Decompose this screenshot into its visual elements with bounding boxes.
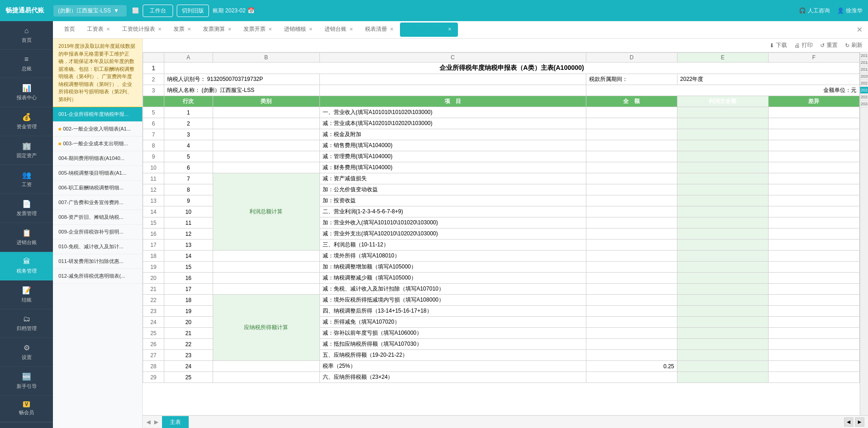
refresh-button[interactable]: ↻ 刷新 [845, 41, 862, 49]
diff-cell[interactable] [768, 361, 859, 372]
diff-cell[interactable] [768, 372, 859, 383]
amount-cell[interactable] [586, 251, 677, 262]
company-selector[interactable]: (勿删）江西服宝-LSS ▼ [53, 5, 127, 17]
profit-cell[interactable] [677, 195, 768, 206]
amount-cell[interactable] [586, 217, 677, 228]
close-tab-payroll-stats[interactable]: ✕ [158, 27, 162, 32]
print-button[interactable]: 🖨 打印 [794, 41, 813, 49]
diff-cell[interactable] [768, 173, 859, 184]
amount-cell[interactable] [586, 295, 677, 306]
amount-cell[interactable] [586, 306, 677, 317]
tab-invoices[interactable]: 发票 ✕ [168, 23, 197, 37]
sidebar-item-archive-mgmt[interactable]: 🗂 归档管理 [0, 309, 53, 338]
amount-cell[interactable] [586, 284, 677, 295]
close-tab-invoice-open[interactable]: ✕ [268, 27, 272, 32]
profit-cell[interactable] [677, 184, 768, 195]
left-menu-item-007[interactable]: 007-广告费和业务宣传费跨... [53, 195, 142, 210]
tab-invoice-calc[interactable]: 发票测算 ✕ [197, 23, 237, 37]
tab-sales-ledger[interactable]: 进销台账 ✕ [319, 23, 359, 37]
diff-cell[interactable] [768, 295, 859, 306]
year-2018[interactable]: 2018 [860, 66, 868, 73]
diff-cell[interactable] [768, 129, 859, 140]
left-menu-item-010[interactable]: 010-免税、减计收入及加计... [53, 240, 142, 254]
profit-cell[interactable] [677, 295, 768, 306]
profit-cell[interactable] [677, 118, 768, 129]
sheet-tab-main[interactable]: 主表 [162, 416, 189, 428]
profit-cell[interactable] [677, 372, 768, 383]
sidebar-item-settlement[interactable]: 📝 结账 [0, 280, 53, 309]
diff-cell[interactable] [768, 240, 859, 251]
diff-cell[interactable] [768, 328, 859, 339]
year-2019[interactable]: 2019 [860, 52, 868, 59]
sidebar-item-sales-ledger[interactable]: 📋 进销台账 [0, 223, 53, 252]
profit-cell[interactable] [677, 328, 768, 339]
amount-cell[interactable] [586, 173, 677, 184]
sidebar-item-new-guide[interactable]: 🆕 新手引导 [0, 367, 53, 396]
ai-service-btn[interactable]: 🎧 人工咨询 [799, 7, 830, 15]
profit-cell[interactable] [677, 151, 768, 162]
profit-cell[interactable] [677, 251, 768, 262]
diff-cell[interactable] [768, 195, 859, 206]
user-menu[interactable]: 👤 徐淮华 [837, 7, 862, 15]
diff-cell[interactable] [768, 107, 859, 118]
close-tab-invoices[interactable]: ✕ [187, 27, 191, 32]
left-menu-item-011[interactable]: 011-研发费用加计扣除优惠... [53, 254, 142, 269]
profit-cell[interactable] [677, 240, 768, 251]
amount-cell[interactable] [586, 339, 677, 350]
amount-cell[interactable] [586, 262, 677, 273]
sidebar-item-payroll[interactable]: 👥 工资 [0, 165, 53, 194]
amount-cell[interactable] [586, 317, 677, 328]
left-menu-item-012[interactable]: 012-减免所得税优惠明细表(... [53, 269, 142, 284]
amount-cell[interactable] [586, 129, 677, 140]
left-menu-item-006[interactable]: 006-职工薪酬纳税调整明细... [53, 181, 142, 195]
close-tab-tax-return[interactable]: ✕ [390, 27, 393, 32]
diff-cell[interactable] [768, 262, 859, 273]
diff-cell[interactable] [768, 118, 859, 129]
sidebar-item-settings[interactable]: ⚙ 设置 [0, 338, 53, 367]
close-window-btn[interactable]: ✕ [856, 25, 862, 34]
year-2023[interactable]: 2023 [860, 94, 868, 101]
amount-cell[interactable] [586, 206, 677, 217]
tab-sales-check[interactable]: 进销稽核 ✕ [278, 23, 318, 37]
close-tab-payroll[interactable]: ✕ [106, 27, 110, 32]
switch-version-button[interactable]: 切到旧版 [177, 5, 209, 17]
profit-cell[interactable] [677, 361, 768, 372]
diff-cell[interactable] [768, 151, 859, 162]
diff-cell[interactable] [768, 162, 859, 173]
diff-cell[interactable] [768, 339, 859, 350]
scroll-left-btn[interactable]: ◀ [844, 417, 853, 427]
left-menu-item-002[interactable]: 002-一般企业收入明细表(A1... [53, 122, 142, 137]
left-menu-item-003[interactable]: 003-一般企业成本支出明细... [53, 137, 142, 151]
sidebar-item-general-ledger[interactable]: ≡ 总账 [0, 50, 53, 78]
year-2021[interactable]: 2021 [860, 80, 868, 87]
amount-cell[interactable]: 0.25 [586, 361, 677, 372]
left-menu-item-008[interactable]: 008-资产折旧、摊销及纳税... [53, 210, 142, 225]
amount-cell[interactable] [586, 240, 677, 251]
profit-cell[interactable] [677, 317, 768, 328]
diff-cell[interactable] [768, 206, 859, 217]
profit-cell[interactable] [677, 206, 768, 217]
profit-cell[interactable] [677, 140, 768, 151]
year-2022[interactable]: 2022 [860, 87, 868, 94]
amount-cell[interactable] [586, 151, 677, 162]
download-button[interactable]: ⬇ 下载 [770, 41, 787, 49]
close-tab-income-tax[interactable]: ✕ [448, 27, 451, 32]
tab-nav-next[interactable]: ▶ [154, 419, 158, 425]
tab-invoice-open[interactable]: 发票开票 ✕ [238, 23, 278, 37]
profit-cell[interactable] [677, 107, 768, 118]
sidebar-item-member[interactable]: V 畅会员 [0, 396, 53, 422]
amount-cell[interactable] [586, 184, 677, 195]
amount-cell[interactable] [586, 107, 677, 118]
tab-home[interactable]: 首页 [58, 23, 81, 37]
reset-button[interactable]: ↺ 重置 [820, 41, 838, 49]
left-menu-item-004[interactable]: 004-期间费用明细表(A1040... [53, 151, 142, 166]
amount-cell[interactable] [586, 118, 677, 129]
diff-cell[interactable] [768, 228, 859, 240]
workbench-button[interactable]: 工作台 [143, 5, 173, 17]
profit-cell[interactable] [677, 339, 768, 350]
tab-tax-return[interactable]: 税表清册 ✕ [359, 23, 399, 37]
year-2024[interactable]: 2024 [860, 101, 868, 108]
copy-icon[interactable]: ⬜ [132, 7, 139, 14]
profit-cell[interactable] [677, 350, 768, 361]
sidebar-item-home[interactable]: ⌂ 首页 [0, 21, 53, 50]
